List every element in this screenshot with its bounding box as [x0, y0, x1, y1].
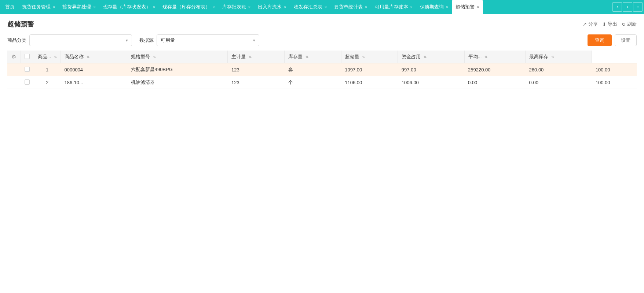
table-body: 1 0000004 六配套新昌490BPG 123 套 1097.00 997.…: [7, 63, 637, 89]
page-title: 超储预警: [7, 20, 34, 29]
nav-overstock-warning-close[interactable]: ×: [477, 5, 479, 9]
col-overstock-header[interactable]: 超储量 ⇅: [341, 51, 398, 63]
row-settings-cell: [7, 63, 21, 76]
row-avg: 0.00: [526, 76, 592, 89]
nav-available-account[interactable]: 可用量库存账本 ×: [371, 0, 416, 14]
nav-task-mgmt-close[interactable]: ×: [53, 5, 55, 9]
nav-quality-check-close[interactable]: ×: [446, 5, 448, 9]
col-spec-sort-icon: ⇅: [153, 55, 156, 59]
col-product-code-label: 商品...: [38, 54, 51, 59]
nav-abnormal-close[interactable]: ×: [93, 5, 95, 9]
col-product-code-header[interactable]: 商品... ⇅: [34, 51, 61, 63]
nav-batch-account-label: 库存批次账: [222, 4, 246, 10]
nav-prev-btn[interactable]: ‹: [612, 2, 622, 12]
row-unit: 个: [285, 76, 341, 89]
row-checkbox-cell[interactable]: [21, 76, 34, 89]
header-actions: ↗ 分享 ⬇ 导出 ↻ 刷新: [583, 21, 637, 27]
nav-more-btn[interactable]: ≡: [633, 2, 643, 12]
row-product-name: 六配套新昌490BPG: [127, 63, 228, 76]
row-max-stock: 100.00: [592, 63, 637, 76]
col-product-name-header[interactable]: 商品名称 ⇅: [61, 51, 127, 63]
query-button[interactable]: 查询: [588, 34, 612, 46]
col-spec-header[interactable]: 规格型号 ⇅: [127, 51, 228, 63]
nav-quality-check[interactable]: 保质期查询 ×: [416, 0, 452, 14]
row-product-code: 0000004: [61, 63, 127, 76]
export-btn[interactable]: ⬇ 导出: [602, 21, 617, 27]
nav-batch-account-close[interactable]: ×: [248, 5, 250, 9]
nav-inventory-dist[interactable]: 现存量（库存分布表） ×: [159, 0, 218, 14]
header-checkbox[interactable]: [25, 54, 30, 59]
page-content: 超储预警 ↗ 分享 ⬇ 导出 ↻ 刷新 商品分类 ▾ 数据源: [0, 14, 644, 95]
nav-batch-account[interactable]: 库存批次账 ×: [219, 0, 254, 14]
nav-abnormal-label: 拣货异常处理: [62, 4, 91, 10]
nav-collect-summary[interactable]: 收发存汇总表 ×: [290, 0, 330, 14]
settings-col-icon[interactable]: ⚙: [11, 53, 16, 60]
row-max-stock: 100.00: [592, 76, 637, 89]
col-unit-sort-icon: ⇅: [249, 55, 252, 59]
nav-inout-flow[interactable]: 出入库流水 ×: [254, 0, 290, 14]
nav-order-stats[interactable]: 要货单统计表 ×: [330, 0, 371, 14]
page-header: 超储预警 ↗ 分享 ⬇ 导出 ↻ 刷新: [7, 20, 637, 29]
col-product-name-label: 商品名称: [65, 54, 84, 59]
nav-order-stats-close[interactable]: ×: [365, 5, 367, 9]
row-overstock: 1006.00: [398, 76, 464, 89]
settings-button[interactable]: 设置: [615, 34, 637, 46]
row-product-code: 186-10...: [61, 76, 127, 89]
col-product-name-sort-icon: ⇅: [87, 55, 89, 59]
row-checkbox[interactable]: [25, 67, 30, 72]
col-max-stock-header[interactable]: 最高库存 ⇅: [526, 51, 592, 63]
col-capital-header[interactable]: 资金占用 ⇅: [398, 51, 464, 63]
col-unit-header[interactable]: 主计量 ⇅: [228, 51, 285, 63]
col-max-stock-label: 最高库存: [529, 54, 548, 59]
export-label: 导出: [608, 21, 617, 27]
nav-inout-flow-close[interactable]: ×: [284, 5, 286, 9]
row-index: 2: [34, 76, 61, 89]
category-filter-group: 商品分类 ▾: [7, 34, 132, 46]
refresh-btn[interactable]: ↻ 刷新: [622, 21, 637, 27]
col-avg-header[interactable]: 平均... ⇅: [464, 51, 526, 63]
nav-quality-check-label: 保质期查询: [420, 4, 444, 10]
col-stock-sort-icon: ⇅: [305, 55, 308, 59]
row-checkbox[interactable]: [25, 79, 30, 85]
nav-inventory-status[interactable]: 现存量（库存状况表） ×: [99, 0, 159, 14]
row-capital: 259220.00: [464, 63, 526, 76]
nav-available-account-close[interactable]: ×: [410, 5, 413, 9]
nav-collect-summary-close[interactable]: ×: [325, 5, 327, 9]
datasource-chevron-icon: ▾: [253, 38, 255, 43]
nav-arrows: ‹ › ≡: [612, 2, 643, 12]
nav-order-stats-label: 要货单统计表: [334, 4, 363, 10]
row-index: 1: [34, 63, 61, 76]
nav-abnormal[interactable]: 拣货异常处理 ×: [59, 0, 99, 14]
row-checkbox-cell[interactable]: [21, 63, 34, 76]
data-table: ⚙ 商品... ⇅ 商品名称 ⇅ 规格型号 ⇅ 主计量: [7, 51, 637, 89]
row-unit: 套: [285, 63, 341, 76]
row-capital: 0.00: [464, 76, 526, 89]
col-checkbox-header[interactable]: [21, 51, 34, 63]
table-header-row: ⚙ 商品... ⇅ 商品名称 ⇅ 规格型号 ⇅ 主计量: [7, 51, 637, 63]
nav-inventory-dist-close[interactable]: ×: [212, 5, 215, 9]
top-nav: 首页 拣货任务管理 × 拣货异常处理 × 现存量（库存状况表） × 现存量（库存…: [0, 0, 644, 14]
col-settings-header[interactable]: ⚙: [7, 51, 21, 63]
filter-row: 商品分类 ▾ 数据源 可用量 ▾ 查询 设置: [7, 34, 637, 46]
refresh-label: 刷新: [627, 21, 637, 27]
datasource-select[interactable]: 可用量 ▾: [157, 34, 259, 46]
row-stock: 1106.00: [341, 76, 398, 89]
share-btn[interactable]: ↗ 分享: [583, 21, 598, 27]
col-max-stock-sort-icon: ⇅: [551, 55, 554, 59]
nav-overstock-warning-label: 超储预警: [455, 4, 475, 10]
nav-inventory-status-label: 现存量（库存状况表）: [103, 4, 151, 10]
nav-overstock-warning[interactable]: 超储预警 ×: [452, 0, 483, 14]
nav-home[interactable]: 首页: [1, 0, 18, 14]
share-label: 分享: [588, 21, 598, 27]
share-icon: ↗: [583, 22, 587, 27]
row-spec: 123: [228, 63, 285, 76]
row-avg: 260.00: [526, 63, 592, 76]
nav-inventory-status-close[interactable]: ×: [153, 5, 155, 9]
category-select[interactable]: ▾: [29, 34, 132, 46]
category-label: 商品分类: [7, 37, 26, 44]
col-overstock-label: 超储量: [345, 54, 359, 59]
nav-home-label: 首页: [5, 4, 15, 10]
nav-task-mgmt[interactable]: 拣货任务管理 ×: [18, 0, 59, 14]
col-stock-header[interactable]: 库存量 ⇅: [285, 51, 341, 63]
nav-next-btn[interactable]: ›: [623, 2, 632, 12]
